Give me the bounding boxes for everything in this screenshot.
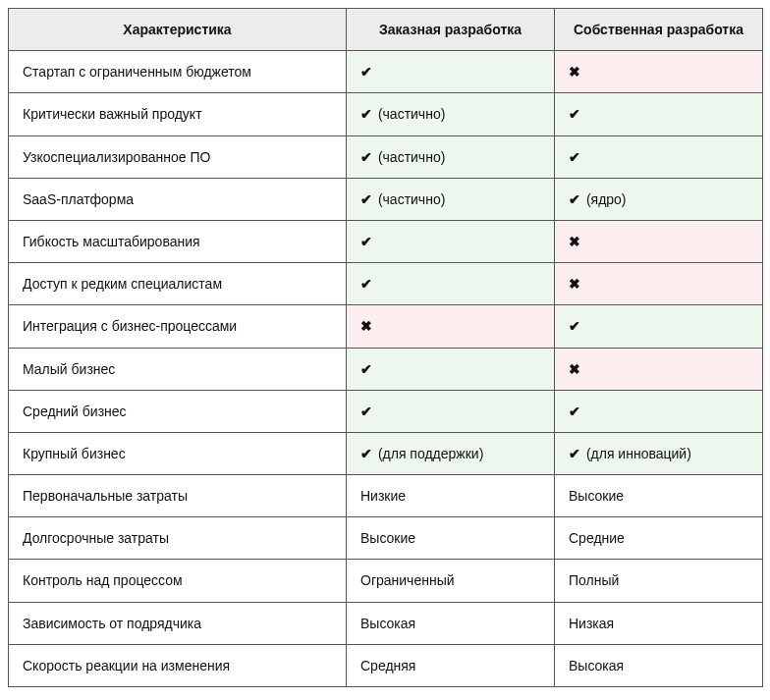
table-row: SaaS-платформа (частично) (ядро) xyxy=(9,178,763,220)
inhouse-cell xyxy=(555,135,763,178)
custom-cell: Высокие xyxy=(347,517,555,560)
cross-icon xyxy=(569,234,582,249)
inhouse-cell: Высокая xyxy=(555,644,763,686)
header-inhouse: Собственная разработка xyxy=(555,9,763,51)
table-row: Скорость реакции на измененияСредняяВысо… xyxy=(9,644,763,686)
custom-cell: (частично) xyxy=(347,135,555,178)
characteristic-cell: Крупный бизнес xyxy=(9,432,347,474)
custom-cell: (частично) xyxy=(347,178,555,220)
cross-icon xyxy=(569,361,582,377)
check-icon xyxy=(360,191,374,207)
inhouse-cell: Полный xyxy=(555,560,763,602)
check-icon xyxy=(360,64,374,80)
check-icon xyxy=(360,149,374,165)
inhouse-cell xyxy=(555,305,763,348)
check-icon xyxy=(360,446,374,461)
check-icon xyxy=(569,106,582,122)
characteristic-cell: Малый бизнес xyxy=(9,348,347,390)
check-icon xyxy=(360,234,374,249)
table-row: Узкоспециализированное ПО (частично) xyxy=(9,135,763,178)
table-row: Гибкость масштабирования xyxy=(9,220,763,262)
inhouse-cell: Низкая xyxy=(555,602,763,644)
custom-text: (частично) xyxy=(374,149,445,165)
cross-icon xyxy=(569,64,582,80)
characteristic-cell: Узкоспециализированное ПО xyxy=(9,135,347,178)
custom-cell: Ограниченный xyxy=(347,560,555,602)
characteristic-cell: Контроль над процессом xyxy=(9,560,347,602)
check-icon xyxy=(569,404,582,419)
custom-cell xyxy=(347,220,555,262)
custom-text: (частично) xyxy=(374,191,445,207)
table-row: Первоначальные затратыНизкиеВысокие xyxy=(9,475,763,517)
characteristic-cell: Долгосрочные затраты xyxy=(9,517,347,560)
check-icon xyxy=(360,276,374,292)
table-row: Критически важный продукт (частично) xyxy=(9,93,763,135)
inhouse-cell: Высокие xyxy=(555,475,763,517)
cross-icon xyxy=(360,318,374,334)
inhouse-cell: (ядро) xyxy=(555,178,763,220)
table-row: Зависимость от подрядчикаВысокаяНизкая xyxy=(9,602,763,644)
custom-text: (частично) xyxy=(374,106,445,122)
inhouse-cell xyxy=(555,220,763,262)
table-row: Малый бизнес xyxy=(9,348,763,390)
check-icon xyxy=(360,404,374,419)
inhouse-cell xyxy=(555,390,763,432)
custom-text: (для поддержки) xyxy=(374,446,483,461)
check-icon xyxy=(360,106,374,122)
characteristic-cell: Интеграция с бизнес-процессами xyxy=(9,305,347,348)
table-row: Долгосрочные затратыВысокиеСредние xyxy=(9,517,763,560)
characteristic-cell: Средний бизнес xyxy=(9,390,347,432)
table-row: Контроль над процессомОграниченныйПолный xyxy=(9,560,763,602)
characteristic-cell: Скорость реакции на изменения xyxy=(9,644,347,686)
characteristic-cell: SaaS-платформа xyxy=(9,178,347,220)
characteristic-cell: Доступ к редким специалистам xyxy=(9,263,347,305)
inhouse-cell xyxy=(555,93,763,135)
table-row: Интеграция с бизнес-процессами xyxy=(9,305,763,348)
custom-cell: Высокая xyxy=(347,602,555,644)
inhouse-text: (ядро) xyxy=(582,191,627,207)
check-icon xyxy=(569,446,582,461)
inhouse-cell: Средние xyxy=(555,517,763,560)
inhouse-cell xyxy=(555,263,763,305)
check-icon xyxy=(569,149,582,165)
custom-cell: (для поддержки) xyxy=(347,432,555,474)
check-icon xyxy=(569,318,582,334)
custom-cell xyxy=(347,263,555,305)
characteristic-cell: Первоначальные затраты xyxy=(9,475,347,517)
custom-cell: (частично) xyxy=(347,93,555,135)
inhouse-cell: (для инноваций) xyxy=(555,432,763,474)
header-custom: Заказная разработка xyxy=(347,9,555,51)
characteristic-cell: Стартап с ограниченным бюджетом xyxy=(9,51,347,93)
characteristic-cell: Зависимость от подрядчика xyxy=(9,602,347,644)
table-header-row: Характеристика Заказная разработка Собст… xyxy=(9,9,763,51)
custom-cell: Низкие xyxy=(347,475,555,517)
comparison-table: Характеристика Заказная разработка Собст… xyxy=(8,8,763,687)
characteristic-cell: Гибкость масштабирования xyxy=(9,220,347,262)
table-row: Крупный бизнес (для поддержки) (для инно… xyxy=(9,432,763,474)
cross-icon xyxy=(569,276,582,292)
inhouse-cell xyxy=(555,51,763,93)
table-row: Доступ к редким специалистам xyxy=(9,263,763,305)
table-body: Стартап с ограниченным бюджетомКритическ… xyxy=(9,51,763,687)
custom-cell xyxy=(347,348,555,390)
header-characteristic: Характеристика xyxy=(9,9,347,51)
table-row: Стартап с ограниченным бюджетом xyxy=(9,51,763,93)
table-row: Средний бизнес xyxy=(9,390,763,432)
check-icon xyxy=(360,361,374,377)
inhouse-text: (для инноваций) xyxy=(582,446,691,461)
characteristic-cell: Критически важный продукт xyxy=(9,93,347,135)
custom-cell xyxy=(347,51,555,93)
check-icon xyxy=(569,191,582,207)
custom-cell: Средняя xyxy=(347,644,555,686)
custom-cell xyxy=(347,390,555,432)
custom-cell xyxy=(347,305,555,348)
inhouse-cell xyxy=(555,348,763,390)
